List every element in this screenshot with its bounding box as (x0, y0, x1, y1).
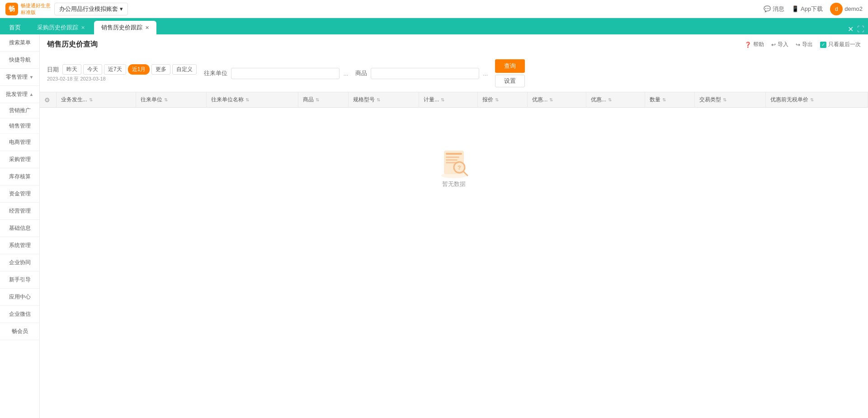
sidebar-item-retail-mgmt[interactable]: 零售管理 ▼ (0, 69, 39, 86)
sidebar: 搜索菜单 快捷导航 零售管理 ▼ 批发管理 ▲ 营销推广 销售管理 电商管理 采… (0, 34, 40, 418)
date-btn-7days[interactable]: 近7天 (104, 64, 126, 75)
table-header-row: ⚙ 业务发生... ⇅ 往来单位 ⇅ (40, 92, 868, 108)
sidebar-item-app-center[interactable]: 应用中心 (0, 289, 39, 306)
date-btn-custom[interactable]: 自定义 (172, 64, 197, 75)
search-menu-label: 搜索菜单 (9, 39, 31, 47)
th-quote[interactable]: 报价 ⇅ (478, 92, 528, 108)
wholesale-mgmt-label: 批发管理 (6, 90, 28, 98)
th-discount1[interactable]: 优惠... ⇅ (528, 92, 586, 108)
sort-icon: ⇅ (723, 97, 726, 102)
help-icon: ❓ (745, 42, 751, 48)
th-trade-type[interactable]: 交易类型 ⇅ (694, 92, 765, 108)
sort-icon: ⇅ (608, 97, 612, 102)
sidebar-item-quick-nav[interactable]: 快捷导航 (0, 52, 39, 69)
app-download-item[interactable]: 📱 App下载 (792, 5, 823, 13)
partner-label: 往来单位 (204, 69, 227, 77)
btn-area: 查询 设置 (495, 59, 525, 87)
date-btn-today[interactable]: 今天 (83, 64, 102, 75)
logo-icon: 畅 (5, 3, 18, 15)
date-btn-1month[interactable]: 近1月 (128, 64, 150, 75)
sidebar-item-wechat[interactable]: 企业微信 (0, 306, 39, 323)
logo-text: 畅捷通好生意 标准版 (21, 2, 51, 15)
sidebar-item-enterprise[interactable]: 企业协同 (0, 254, 39, 271)
sort-icon: ⇅ (495, 97, 499, 102)
import-action[interactable]: ↩ 导入 (771, 41, 788, 48)
data-table: ⚙ 业务发生... ⇅ 往来单位 ⇅ (40, 92, 868, 224)
th-biz-date[interactable]: 业务发生... ⇅ (56, 92, 136, 108)
settings-button[interactable]: 设置 (495, 75, 525, 87)
table-area: ⚙ 业务发生... ⇅ 往来单位 ⇅ (40, 92, 868, 418)
maximize-icon[interactable]: ⛶ (857, 25, 864, 33)
sort-icon: ⇅ (549, 97, 553, 102)
only-last-checkbox[interactable]: ✓ (820, 42, 826, 48)
sidebar-item-member[interactable]: 畅会员 (0, 323, 39, 340)
quick-nav-label: 快捷导航 (9, 56, 31, 64)
sidebar-item-wholesale-mgmt[interactable]: 批发管理 ▲ (0, 86, 39, 103)
product-filter-group: 商品 ... (355, 68, 488, 79)
partner-filter-group: 往来单位 ... (204, 68, 348, 79)
th-partner-code[interactable]: 往来单位 ⇅ (136, 92, 207, 108)
th-partner-name[interactable]: 往来单位名称 ⇅ (207, 92, 298, 108)
sidebar-item-operations[interactable]: 经营管理 (0, 203, 39, 220)
gear-icon[interactable]: ⚙ (44, 96, 50, 104)
chevron-down-icon: ▼ (29, 75, 34, 80)
product-dots[interactable]: ... (483, 70, 488, 77)
close-window-icon[interactable]: ✕ (848, 25, 854, 33)
th-unit[interactable]: 计量... ⇅ (419, 92, 478, 108)
th-discount2[interactable]: 优惠... ⇅ (586, 92, 645, 108)
product-input[interactable] (371, 68, 479, 79)
user-item[interactable]: d demo2 (830, 3, 863, 15)
sidebar-item-search-menu[interactable]: 搜索菜单 (0, 34, 39, 52)
page-title: 销售历史价查询 (47, 40, 98, 49)
product-label: 商品 (355, 69, 367, 77)
svg-text:?: ? (458, 165, 461, 171)
th-pre-tax-price[interactable]: 优惠前无税单价 ⇅ (765, 92, 868, 108)
page-actions: ❓ 帮助 ↩ 导入 ↪ 导出 ✓ 只看最后一次 (745, 41, 861, 48)
filter-date-area: 日期 昨天 今天 近7天 近1月 更多 自定义 2023-02-18 至 202… (47, 64, 197, 82)
svg-rect-3 (446, 157, 459, 158)
date-btn-yesterday[interactable]: 昨天 (62, 64, 81, 75)
logo-area: 畅 畅捷通好生意 标准版 (5, 2, 51, 15)
date-btn-more[interactable]: 更多 (151, 64, 170, 75)
download-icon: 📱 (792, 5, 799, 12)
sidebar-item-ecommerce[interactable]: 电商管理 (0, 134, 39, 151)
sidebar-item-finance[interactable]: 资金管理 (0, 185, 39, 203)
sidebar-item-basic-info[interactable]: 基础信息 (0, 220, 39, 237)
partner-dots[interactable]: ... (343, 70, 348, 77)
sort-icon: ⇅ (316, 97, 319, 102)
partner-input[interactable] (231, 68, 340, 79)
sidebar-item-sales-mgmt[interactable]: 销售管理 (0, 119, 39, 134)
message-item[interactable]: 💬 消息 (764, 5, 784, 13)
sidebar-item-inventory[interactable]: 库存核算 (0, 168, 39, 185)
sidebar-item-new-guide[interactable]: 新手引导 (0, 271, 39, 289)
th-gear[interactable]: ⚙ (40, 92, 56, 108)
th-product[interactable]: 商品 ⇅ (298, 92, 348, 108)
tab-sales-history[interactable]: 销售历史价跟踪 ✕ (94, 21, 156, 34)
query-button[interactable]: 查询 (495, 59, 525, 73)
retail-mgmt-label: 零售管理 (6, 73, 28, 81)
app-selector[interactable]: 办公用品行业模拟账套 ▾ (54, 3, 128, 15)
th-spec[interactable]: 规格型号 ⇅ (348, 92, 419, 108)
sidebar-item-system[interactable]: 系统管理 (0, 237, 39, 254)
date-buttons: 昨天 今天 近7天 近1月 更多 自定义 (62, 64, 197, 75)
export-icon: ↪ (796, 42, 800, 48)
svg-rect-4 (446, 159, 458, 161)
tab-purchase-history[interactable]: 采购历史价跟踪 ✕ (30, 21, 92, 34)
close-icon[interactable]: ✕ (145, 25, 149, 31)
help-action[interactable]: ❓ 帮助 (745, 41, 764, 48)
import-icon: ↩ (771, 42, 776, 48)
sidebar-item-purchase-mgmt[interactable]: 采购管理 (0, 151, 39, 168)
sidebar-item-marketing[interactable]: 营销推广 (0, 103, 39, 119)
th-quantity[interactable]: 数量 ⇅ (645, 92, 694, 108)
sort-icon: ⇅ (377, 97, 380, 102)
message-icon: 💬 (764, 5, 771, 12)
filter-row: 日期 昨天 今天 近7天 近1月 更多 自定义 2023-02-18 至 202… (47, 55, 861, 92)
tab-home[interactable]: 首页 (2, 21, 28, 34)
main-layout: 搜索菜单 快捷导航 零售管理 ▼ 批发管理 ▲ 营销推广 销售管理 电商管理 采… (0, 34, 868, 418)
export-action[interactable]: ↪ 导出 (796, 41, 813, 48)
only-last-checkbox-area[interactable]: ✓ 只看最后一次 (820, 41, 861, 48)
tab-purchase-label: 采购历史价跟踪 (37, 24, 78, 32)
date-range-text: 2023-02-18 至 2023-03-18 (47, 76, 197, 82)
close-icon[interactable]: ✕ (81, 25, 85, 31)
sort-icon: ⇅ (441, 97, 444, 102)
